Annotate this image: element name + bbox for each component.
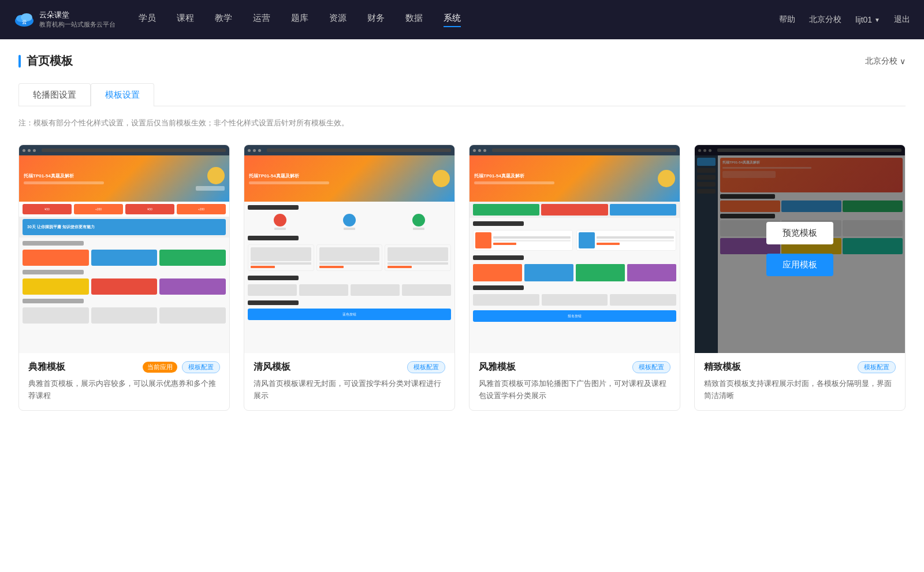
nav-courses[interactable]: 课程 — [177, 13, 194, 27]
mock-banner: 托福TP01-54真题及解析 — [19, 155, 229, 202]
tab-template[interactable]: 模板设置 — [91, 83, 154, 106]
template-card-elegant: 托福TP01-54真题及解析 ¥30 — [18, 144, 230, 411]
template-desc-fresh: 清风首页模板课程无封面，可设置按学科分类对课程进行展示 — [254, 378, 445, 402]
page-container: 首页模板 北京分校 ∨ 轮播图设置 模板设置 注：模板有部分个性化样式设置，设置… — [0, 39, 924, 572]
branch-chevron-icon: ∨ — [900, 57, 906, 66]
mock-banner-fresh: 托福TP01-54真题及解析 — [244, 155, 454, 202]
templates-grid: 托福TP01-54真题及解析 ¥30 — [18, 144, 906, 411]
nav-resources[interactable]: 资源 — [329, 13, 346, 27]
tab-carousel[interactable]: 轮播图设置 — [18, 83, 91, 106]
navbar: 云 云朵课堂 教育机构一站式服务云平台 学员 课程 教学 运营 题库 资源 财务… — [0, 0, 924, 39]
nav-system[interactable]: 系统 — [444, 13, 461, 27]
page-header: 首页模板 北京分校 ∨ — [18, 53, 906, 69]
note-text: 注：模板有部分个性化样式设置，设置后仅当前模板生效；非个性化样式设置后针对所有模… — [18, 118, 906, 128]
template-info-refined: 精致模板 模板配置 精致首页模板支持课程展示封面，各模板分隔明显，界面简洁清晰 — [695, 353, 905, 410]
mock-content — [19, 237, 229, 353]
page-title: 首页模板 — [27, 53, 73, 69]
user-menu[interactable]: lijt01 ▼ — [855, 15, 880, 24]
template-name-refined: 精致模板 — [704, 361, 741, 373]
template-desc-elegant: 典雅首页模板，展示内容较多，可以展示优惠券和多个推荐课程 — [28, 378, 220, 402]
badge-current: 当前应用 — [143, 362, 177, 373]
template-badges-refined: 模板配置 — [858, 361, 896, 373]
template-name: 典雅模板 — [28, 361, 65, 373]
template-name-row-elegant2: 风雅模板 模板配置 — [479, 361, 670, 373]
nav-questions[interactable]: 题库 — [291, 13, 308, 27]
logo: 云 云朵课堂 教育机构一站式服务云平台 — [14, 9, 116, 30]
nav-students[interactable]: 学员 — [139, 13, 156, 27]
svg-text:云: 云 — [22, 20, 27, 25]
mock-nav — [19, 145, 229, 155]
template-preview-elegant: 托福TP01-54真题及解析 ¥30 — [19, 145, 229, 353]
nav-links: 学员 课程 教学 运营 题库 资源 财务 数据 系统 — [139, 13, 779, 27]
template-overlay-refined: 预览模板 应用模板 — [695, 145, 905, 353]
logo-icon: 云 — [14, 9, 35, 30]
page-title-bar — [18, 55, 21, 68]
page-title-wrap: 首页模板 — [18, 53, 73, 69]
template-card-refined: 托福TP01-54真题及解析 — [694, 144, 906, 411]
template-card-fresh: 托福TP01-54真题及解析 — [244, 144, 455, 411]
template-info-fresh: 清风模板 模板配置 清风首页模板课程无封面，可设置按学科分类对课程进行展示 — [244, 353, 454, 410]
user-chevron-icon: ▼ — [874, 17, 880, 23]
nav-finance[interactable]: 财务 — [367, 13, 385, 27]
template-desc-refined: 精致首页模板支持课程展示封面，各模板分隔明显，界面简洁清晰 — [704, 378, 896, 402]
config-button-refined[interactable]: 模板配置 — [858, 361, 896, 373]
mock-content-elegant2: 报名按钮 — [470, 218, 680, 353]
mock-content-fresh: 蓝色按钮 — [244, 202, 454, 353]
template-info-elegant: 典雅模板 当前应用 模板配置 典雅首页模板，展示内容较多，可以展示优惠券和多个推… — [19, 353, 229, 410]
template-badges-fresh: 模板配置 — [407, 361, 445, 373]
nav-operations[interactable]: 运营 — [253, 13, 270, 27]
template-info-elegant2: 风雅模板 模板配置 风雅首页模板可添加轮播图下广告图片，可对课程及课程包设置学科… — [470, 353, 680, 410]
nav-data[interactable]: 数据 — [405, 13, 423, 27]
template-card-elegant2: 托福TP01-54真题及解析 — [469, 144, 680, 411]
config-button-fresh[interactable]: 模板配置 — [407, 361, 445, 373]
template-preview-refined: 托福TP01-54真题及解析 — [695, 145, 905, 353]
template-name-elegant2: 风雅模板 — [479, 361, 516, 373]
template-name-row: 典雅模板 当前应用 模板配置 — [28, 361, 220, 373]
template-badges: 当前应用 模板配置 — [143, 361, 220, 373]
config-button-elegant[interactable]: 模板配置 — [182, 361, 220, 373]
logo-text: 云朵课堂 教育机构一站式服务云平台 — [39, 10, 116, 28]
logout-link[interactable]: 退出 — [894, 14, 910, 25]
nav-teaching[interactable]: 教学 — [215, 13, 232, 27]
template-badges-elegant2: 模板配置 — [632, 361, 670, 373]
template-name-row-fresh: 清风模板 模板配置 — [254, 361, 445, 373]
help-link[interactable]: 帮助 — [779, 14, 795, 25]
tabs: 轮播图设置 模板设置 — [18, 83, 906, 106]
mock-nav-fresh — [244, 145, 454, 155]
mock-nav-elegant2 — [470, 145, 680, 155]
nav-right: 帮助 北京分校 lijt01 ▼ 退出 — [779, 14, 910, 25]
preview-button-refined[interactable]: 预览模板 — [766, 222, 833, 244]
template-preview-fresh: 托福TP01-54真题及解析 — [244, 145, 454, 353]
branch-link[interactable]: 北京分校 — [809, 14, 841, 25]
mock-banner-elegant2: 托福TP01-54真题及解析 — [470, 155, 680, 202]
template-name-fresh: 清风模板 — [254, 361, 290, 373]
apply-button-refined[interactable]: 应用模板 — [766, 254, 833, 276]
branch-selector[interactable]: 北京分校 ∨ — [865, 56, 906, 66]
config-button-elegant2[interactable]: 模板配置 — [632, 361, 670, 373]
template-name-row-refined: 精致模板 模板配置 — [704, 361, 896, 373]
template-preview-elegant2: 托福TP01-54真题及解析 — [470, 145, 680, 353]
template-desc-elegant2: 风雅首页模板可添加轮播图下广告图片，可对课程及课程包设置学科分类展示 — [479, 378, 670, 402]
